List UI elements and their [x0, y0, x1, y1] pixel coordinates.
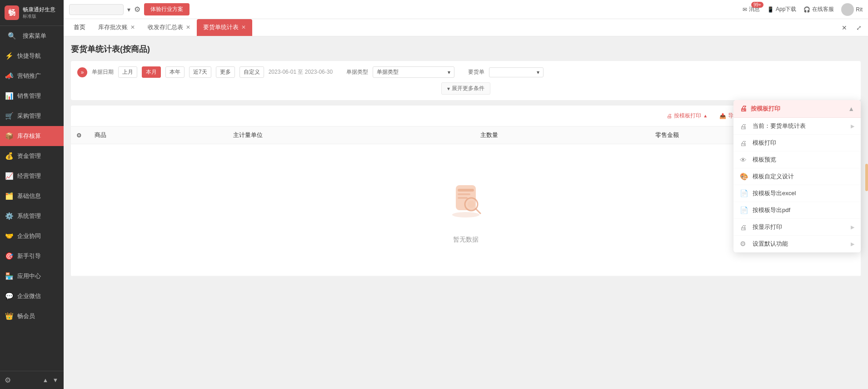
tab-home[interactable]: 首页: [67, 19, 92, 36]
date-btn-this-year[interactable]: 本年: [165, 66, 185, 78]
date-btn-last-month[interactable]: 上月: [118, 66, 137, 78]
sidebar-item-wechat[interactable]: 💬 企业微信: [0, 286, 64, 306]
svg-line-6: [476, 209, 480, 213]
order-type-select[interactable]: 单据类型 ▾: [373, 66, 454, 78]
sidebar-item-label: 营销推广: [17, 72, 41, 80]
tab-order-stats-close[interactable]: ✕: [241, 24, 246, 30]
tab-order-stats-label: 要货单统计表: [203, 23, 239, 31]
sidebar-item-guide[interactable]: 🎯 新手引导: [0, 246, 64, 266]
template-preview-label: 模板预览: [753, 156, 776, 164]
col-goods-label: 商品: [95, 131, 106, 138]
dropdown-template-pdf[interactable]: 📄 按模板导出pdf: [733, 202, 861, 219]
trial-button[interactable]: 体验行业方案: [144, 3, 190, 15]
filter-row-date: » 单据日期 上月 本月 本年 近7天 更多 自定义 2023-06-01 至 …: [77, 66, 854, 78]
filter-row-expand: ▾ 展开更多条件: [77, 82, 854, 95]
export-icon: 📤: [719, 113, 726, 119]
print-chevron-up: ▲: [703, 113, 708, 118]
messages-item[interactable]: ✉ 消息 99+: [743, 5, 760, 13]
col-unit: 主计量单位: [228, 126, 475, 144]
dropdown-display-print[interactable]: 🖨 按显示打印 ▶: [733, 219, 861, 236]
tab-batch-account[interactable]: 库存批次账 ✕: [92, 19, 141, 36]
user-avatar: [841, 3, 854, 16]
sidebar-item-purchase[interactable]: 🛒 采购管理: [0, 106, 64, 126]
print-btn[interactable]: 🖨 按模板打印 ▲: [663, 110, 711, 121]
date-btn-more[interactable]: 更多: [216, 66, 235, 78]
finance-icon: 💰: [5, 152, 14, 161]
dropdown-print-icon: 🖨: [740, 105, 747, 113]
topbar-search-input[interactable]: [69, 4, 124, 15]
col-goods: 商品: [89, 126, 228, 144]
app-name: 畅康通好生意: [23, 6, 55, 14]
resize-handle[interactable]: [865, 164, 868, 191]
sidebar-item-label: 企业微信: [17, 292, 41, 300]
display-print-chevron: ▶: [851, 224, 854, 230]
dropdown-template-design[interactable]: 🎨 模板自定义设计: [733, 168, 861, 185]
date-btn-this-month[interactable]: 本月: [142, 66, 161, 78]
col-unit-label: 主计量单位: [233, 131, 263, 138]
dropdown-template-preview[interactable]: 👁 模板预览: [733, 152, 861, 168]
dropdown-template-excel[interactable]: 📄 按模板导出excel: [733, 185, 861, 202]
order-type-label: 单据类型: [346, 68, 368, 76]
sidebar-item-label: 销售管理: [17, 92, 41, 100]
sidebar-item-operation[interactable]: 📈 经营管理: [0, 166, 64, 186]
sidebar-item-member[interactable]: 👑 畅会员: [0, 306, 64, 326]
online-service-item[interactable]: 🎧 在线客服: [803, 5, 834, 13]
template-excel-label: 按模板导出excel: [753, 189, 796, 197]
sidebar-item-apps[interactable]: 🏪 应用中心: [0, 266, 64, 286]
app-version: 标准版: [23, 13, 55, 19]
app-logo: 畅 畅康通好生意 标准版: [0, 0, 64, 26]
order-type-chevron: ▾: [448, 69, 450, 76]
template-pdf-icon: 📄: [740, 206, 748, 214]
sidebar-item-base[interactable]: 🗂️ 基础信息: [0, 186, 64, 206]
tab-receipt-summary-close[interactable]: ✕: [186, 24, 190, 30]
goods-filter-select[interactable]: ▾: [489, 67, 544, 77]
order-type-value: 单据类型: [377, 68, 399, 76]
collab-icon: 🤝: [5, 232, 14, 241]
scroll-up-icon[interactable]: ▲: [42, 377, 49, 384]
filter-expand-btn[interactable]: »: [77, 67, 87, 77]
sidebar-item-label: 采购管理: [17, 112, 41, 120]
apps-icon: 🏪: [5, 272, 14, 281]
sidebar-item-marketing[interactable]: 📣 营销推广: [0, 66, 64, 86]
base-icon: 🗂️: [5, 192, 14, 201]
template-print-label: 模板打印: [753, 139, 776, 147]
col-quantity-label: 主数量: [480, 131, 498, 138]
scroll-down-icon[interactable]: ▼: [52, 377, 59, 384]
tab-expand-btn[interactable]: ⤢: [853, 22, 864, 33]
dropdown-default-func[interactable]: ⚙ 设置默认功能 ▶: [733, 236, 861, 253]
template-design-label: 模板自定义设计: [753, 172, 794, 181]
logo-icon: 畅: [5, 5, 19, 20]
tab-order-stats[interactable]: 要货单统计表 ✕: [197, 19, 252, 36]
print-dropdown-menu: 🖨 按模板打印 ▲ 🖨 当前：要货单统计表 ▶ 🖨 模板打印 👁: [733, 100, 861, 253]
settings-gear-icon[interactable]: ⚙: [5, 376, 11, 384]
sidebar-item-label: 库存核算: [17, 132, 41, 140]
tab-receipt-summary[interactable]: 收发存汇总表 ✕: [141, 19, 197, 36]
expand-more-btn[interactable]: ▾ 展开更多条件: [441, 82, 490, 95]
tab-batch-account-close[interactable]: ✕: [130, 24, 135, 30]
sidebar-item-inventory[interactable]: 📦 库存核算: [0, 126, 64, 146]
template-pdf-label: 按模板导出pdf: [753, 206, 790, 214]
sidebar-item-label: 应用中心: [17, 272, 41, 280]
filter-bar: » 单据日期 上月 本月 本年 近7天 更多 自定义 2023-06-01 至 …: [71, 61, 861, 100]
dropdown-collapse-btn[interactable]: ▲: [848, 105, 854, 112]
date-btn-7days[interactable]: 近7天: [189, 66, 211, 78]
sidebar-item-search[interactable]: 🔍 搜索菜单: [0, 26, 64, 46]
dropdown-current-template[interactable]: 🖨 当前：要货单统计表 ▶: [733, 118, 861, 135]
sidebar-item-collab[interactable]: 🤝 企业协同: [0, 226, 64, 246]
tab-close-all-btn[interactable]: ✕: [839, 22, 850, 33]
sidebar-item-finance[interactable]: 💰 资金管理: [0, 146, 64, 166]
col-quantity: 主数量: [475, 126, 650, 144]
col-gear[interactable]: ⚙: [71, 126, 89, 144]
sidebar-item-sales[interactable]: 📊 销售管理: [0, 86, 64, 106]
dropdown-template-print[interactable]: 🖨 模板打印: [733, 135, 861, 152]
app-download-item[interactable]: 📱 App下载: [767, 5, 796, 13]
user-name: Rit: [856, 6, 863, 13]
topbar-gear-icon[interactable]: ⚙: [134, 5, 140, 14]
svg-rect-2: [458, 189, 474, 192]
user-avatar-item[interactable]: Rit: [841, 3, 863, 16]
topbar-dropdown-icon[interactable]: ▾: [127, 6, 130, 13]
sidebar-item-quick-nav[interactable]: ⚡ 快捷导航: [0, 46, 64, 66]
date-btn-custom[interactable]: 自定义: [239, 66, 264, 78]
sidebar-item-label: 畅会员: [17, 312, 35, 320]
sidebar-item-system[interactable]: ⚙️ 系统管理: [0, 206, 64, 226]
